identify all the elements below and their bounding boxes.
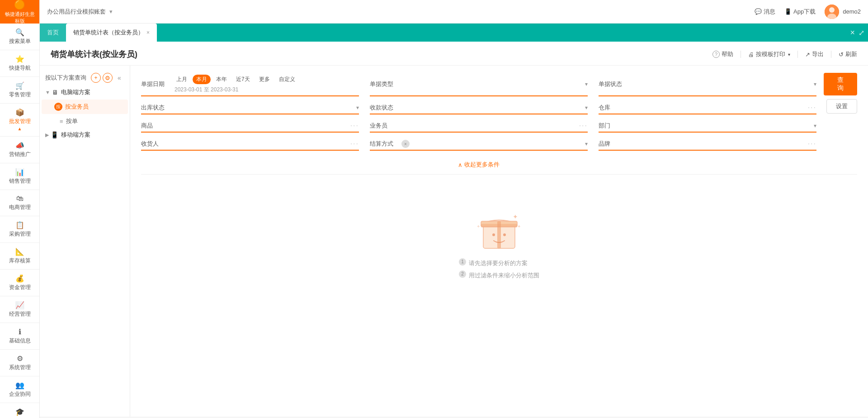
collapse-button[interactable]: ∧ 收起更多条件 xyxy=(458,161,500,169)
tab-maximize-button[interactable]: ⤢ xyxy=(859,28,864,37)
print-button[interactable]: 🖨 按模板打印 ▾ xyxy=(748,50,790,58)
date-btn-7days[interactable]: 近7天 xyxy=(232,75,254,84)
goods-select[interactable]: ··· xyxy=(173,122,359,130)
empty-text: 1 请先选择要分析的方案 2 用过滤条件来缩小分析范围 xyxy=(459,258,539,281)
out-status-label: 出库状态 xyxy=(141,104,173,112)
doc-type-select[interactable]: ▾ xyxy=(401,81,588,87)
filter-receipt-status[interactable]: 收款状态 ▾ xyxy=(370,102,588,114)
scheme-item-by-salesman[interactable]: 按 按业务员 xyxy=(42,100,128,114)
group-desktop-icon: 🖥 xyxy=(52,89,58,96)
goods-dots-icon[interactable]: ··· xyxy=(350,122,359,130)
filter-goods: 商品 ··· xyxy=(141,120,359,133)
settlement-label: 结算方式 xyxy=(370,140,401,148)
sidebar-item-retail[interactable]: 🛒 零售管理 xyxy=(0,77,39,104)
sidebar-item-newuser[interactable]: 🎓 新手引导 xyxy=(0,403,39,418)
sidebar-item-collaboration[interactable]: 👥 企业协同 xyxy=(0,376,39,403)
message-icon: 💬 xyxy=(755,8,762,15)
filter-fields: 单据日期 上月 本月 本年 近7天 更多 自定义 2023-03-01 至 20… xyxy=(141,73,816,171)
settings-button[interactable]: 设置 xyxy=(826,99,857,114)
sidebar-item-purchase-label: 采购管理 xyxy=(2,230,38,238)
filter-doc-status[interactable]: 单据状态 ▾ xyxy=(599,73,816,96)
brand-select[interactable]: ··· xyxy=(630,140,816,148)
sidebar-item-purchase[interactable]: 📋 采购管理 xyxy=(0,216,39,243)
date-btn-more[interactable]: 更多 xyxy=(255,75,274,84)
page-content: 销货单统计表(按业务员) ? 帮助 🖨 按模板打印 ▾ ↗ 导出 xyxy=(40,42,868,418)
header-right-actions: 💬 消息 📱 App下载 demo2 xyxy=(755,5,861,19)
filter-receiver: 收货人 ··· xyxy=(141,138,359,151)
doc-type-label: 单据类型 xyxy=(370,80,401,88)
svg-text:✦: ✦ xyxy=(476,224,480,229)
group-mobile-label: 移动端方案 xyxy=(61,131,90,139)
group-arrow-down-icon: ▼ xyxy=(45,90,50,95)
inventory-icon: 📐 xyxy=(2,247,38,256)
date-btn-custom[interactable]: 自定义 xyxy=(275,75,299,84)
sidebar-item-sales-label: 销售管理 xyxy=(2,177,38,185)
dept-select[interactable]: ▾ xyxy=(630,123,816,129)
sidebar-item-quick-nav[interactable]: ⭐ 快捷导航 xyxy=(0,50,39,77)
sidebar-item-wholesale[interactable]: 📦 批发管理 ▲ xyxy=(0,104,39,137)
tab-home[interactable]: 首页 xyxy=(40,24,66,42)
sidebar-item-search-label: 搜索菜单 xyxy=(2,38,38,45)
settings-scheme-button[interactable]: ⚙ xyxy=(103,73,113,83)
help-button[interactable]: ? 帮助 xyxy=(712,50,733,58)
goods-label: 商品 xyxy=(141,122,173,130)
sidebar-item-finance-label: 资金管理 xyxy=(2,284,38,291)
app-download-action[interactable]: 📱 App下载 xyxy=(784,8,816,16)
date-btn-last-month[interactable]: 上月 xyxy=(173,75,191,84)
filter-settlement[interactable]: 结算方式 × ▾ xyxy=(370,138,588,151)
page-actions: ? 帮助 🖨 按模板打印 ▾ ↗ 导出 ↺ 刷新 xyxy=(712,50,857,58)
sidebar-item-search[interactable]: 🔍 搜索菜单 xyxy=(0,24,39,50)
divider-1 xyxy=(741,51,741,58)
avatar xyxy=(825,5,839,19)
username-label: demo2 xyxy=(843,8,861,15)
tab-sales-stat[interactable]: 销货单统计表（按业务员） × xyxy=(66,24,157,42)
sidebar-item-inventory-label: 库存核算 xyxy=(2,257,38,265)
sidebar-item-inventory[interactable]: 📐 库存核算 xyxy=(0,243,39,270)
filter-out-status[interactable]: 出库状态 ▾ xyxy=(141,102,359,114)
settlement-select[interactable]: × ▾ xyxy=(401,140,588,148)
user-area[interactable]: demo2 xyxy=(825,5,861,19)
refresh-button[interactable]: ↺ 刷新 xyxy=(839,50,857,58)
sidebar-item-system[interactable]: ⚙ 系统管理 xyxy=(0,350,39,376)
doc-status-select[interactable]: ▾ xyxy=(630,81,816,87)
filter-buttons: 查询 设置 xyxy=(816,73,857,171)
receipt-status-select[interactable]: ▾ xyxy=(401,104,588,111)
salesman-dots-icon[interactable]: ··· xyxy=(579,122,588,130)
scheme-group-desktop-header[interactable]: ▼ 🖥 电脑端方案 xyxy=(40,86,130,99)
sidebar-item-basic-info[interactable]: ℹ 基础信息 xyxy=(0,323,39,350)
receiver-dots-icon[interactable]: ··· xyxy=(350,140,359,148)
add-scheme-button[interactable]: + xyxy=(91,73,101,83)
message-action[interactable]: 💬 消息 xyxy=(755,8,775,16)
app-name: 办公用品行业模拟账套 xyxy=(47,8,106,16)
salesman-select[interactable]: ··· xyxy=(401,122,588,130)
sidebar-item-ecommerce[interactable]: 🛍 电商管理 xyxy=(0,190,39,216)
settlement-clear-icon[interactable]: × xyxy=(401,140,410,148)
doc-status-arrow-icon: ▾ xyxy=(814,81,816,87)
collapse-scheme-button[interactable]: « xyxy=(114,73,124,83)
sidebar-item-operations[interactable]: 📈 经营管理 xyxy=(0,296,39,323)
group-desktop-label: 电脑端方案 xyxy=(61,88,90,96)
receiver-input[interactable] xyxy=(173,141,350,147)
out-status-select[interactable]: ▾ xyxy=(173,104,359,111)
brand-dots-icon[interactable]: ··· xyxy=(808,140,816,148)
warehouse-dots-icon[interactable]: ··· xyxy=(808,104,816,112)
sidebar-item-marketing[interactable]: 📣 营销推广 xyxy=(0,137,39,163)
filter-row-3: 商品 ··· 业务员 ··· xyxy=(141,120,816,133)
filter-dept[interactable]: 部门 ▾ xyxy=(599,120,816,133)
tab-close-icon[interactable]: × xyxy=(146,29,150,36)
query-button[interactable]: 查询 xyxy=(824,73,857,95)
date-btn-this-year[interactable]: 本年 xyxy=(212,75,231,84)
sidebar-item-basic-info-label: 基础信息 xyxy=(2,337,38,345)
filter-doc-type[interactable]: 单据类型 ▾ xyxy=(370,73,588,96)
scheme-group-mobile-header[interactable]: ▶ 📱 移动端方案 xyxy=(40,128,130,142)
page-title: 销货单统计表(按业务员) xyxy=(51,49,137,60)
sidebar-item-wholesale-label: 批发管理 xyxy=(2,118,38,125)
scheme-sub-item-by-order[interactable]: ≡ 按单 xyxy=(40,114,130,128)
app-dropdown-icon[interactable]: ▾ xyxy=(109,8,113,15)
tab-close-all-button[interactable]: × xyxy=(850,28,855,38)
export-button[interactable]: ↗ 导出 xyxy=(805,50,824,58)
sidebar-item-finance[interactable]: 💰 资金管理 xyxy=(0,270,39,296)
date-btn-this-month[interactable]: 本月 xyxy=(193,75,211,84)
warehouse-select[interactable]: ··· xyxy=(630,104,816,112)
sidebar-item-sales[interactable]: 📊 销售管理 xyxy=(0,163,39,190)
